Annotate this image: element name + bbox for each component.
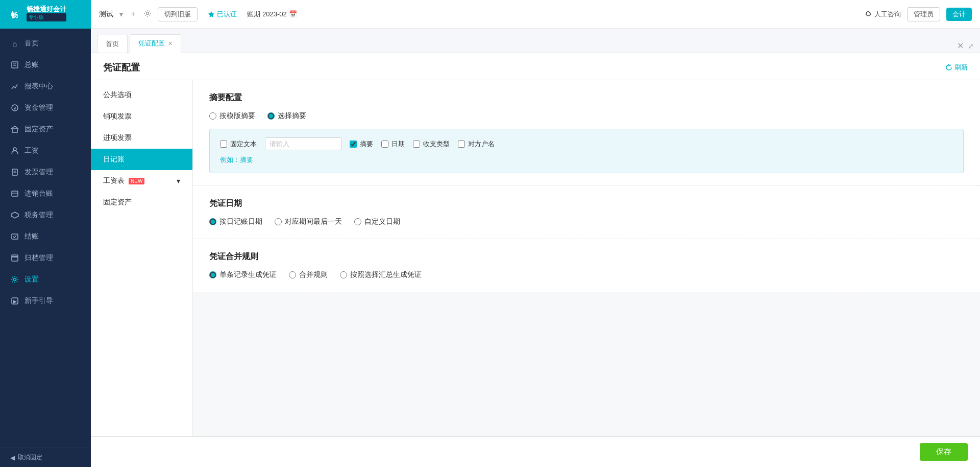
payroll-icon — [10, 146, 19, 155]
sidebar-item-settings[interactable]: 设置 — [0, 269, 91, 290]
admin-btn[interactable]: 管理员 — [907, 7, 940, 21]
checkbox-date[interactable]: 日期 — [381, 139, 405, 149]
radio-diary-date[interactable]: 按日记账日期 — [209, 217, 262, 226]
sidebar-item-guide[interactable]: ▶ 新手引导 — [0, 290, 91, 312]
save-btn[interactable]: 保存 — [920, 443, 968, 461]
radio-last-day-input[interactable] — [275, 218, 282, 225]
tab-close-icon[interactable]: ✕ — [168, 40, 173, 47]
checkbox-summary[interactable]: 摘要 — [350, 139, 373, 149]
checkbox-date-input[interactable] — [381, 141, 388, 148]
tax-icon — [10, 211, 19, 220]
sidebar-item-label: 发票管理 — [24, 168, 53, 177]
sidebar-item-assets[interactable]: 固定资产 — [0, 119, 91, 140]
radio-select-input[interactable] — [267, 112, 275, 120]
sidebar-item-label: 设置 — [24, 275, 39, 284]
sidebar-item-label: 固定资产 — [24, 125, 53, 134]
checkbox-payment-type-input[interactable] — [413, 141, 420, 148]
headset-icon — [864, 10, 872, 18]
sidebar-item-trade[interactable]: 进销台账 — [0, 183, 91, 204]
radio-custom-date[interactable]: 自定义日期 — [354, 217, 400, 226]
ledger-icon — [10, 60, 19, 69]
app-logo-icon: 畅 — [6, 6, 22, 22]
sidebar-item-label: 归档管理 — [24, 253, 53, 263]
svg-marker-14 — [11, 212, 18, 218]
add-company-icon[interactable]: ＋ — [129, 9, 137, 19]
pin-icon: ◀ — [10, 454, 15, 461]
sidebar-item-invoice[interactable]: 发票管理 — [0, 161, 91, 183]
tab-home[interactable]: 首页 — [97, 35, 128, 53]
sidebar-item-closing[interactable]: 结账 — [0, 226, 91, 247]
sidebar-item-home[interactable]: ⌂ 首页 — [0, 33, 91, 54]
checkbox-fixed-text-input[interactable] — [220, 141, 227, 148]
consult-btn[interactable]: 人工咨询 — [864, 10, 901, 19]
funds-icon: ¥ — [10, 103, 19, 112]
tab-voucher-config[interactable]: 凭证配置 ✕ — [130, 34, 181, 53]
svg-rect-9 — [12, 169, 17, 175]
sidebar-item-archive[interactable]: 归档管理 — [0, 247, 91, 269]
checkbox-summary-input[interactable] — [350, 141, 357, 148]
new-badge: NEW — [129, 178, 144, 184]
sidebar-item-funds[interactable]: ¥ 资金管理 — [0, 97, 91, 119]
header-settings-icon[interactable] — [143, 9, 152, 19]
radio-summary-generate-input[interactable] — [340, 271, 347, 278]
checkbox-counterparty-input[interactable] — [458, 141, 465, 148]
nav-item-sales-invoice[interactable]: 销项发票 — [91, 106, 192, 127]
sidebar-item-label: 新手引导 — [24, 296, 53, 306]
home-icon: ⌂ — [10, 39, 19, 48]
svg-rect-24 — [866, 14, 867, 15]
radio-last-day[interactable]: 对应期间最后一天 — [275, 217, 342, 226]
svg-point-18 — [14, 278, 16, 281]
window-expand-btn[interactable]: ⤢ — [968, 42, 974, 50]
cancel-fixed-btn[interactable]: ◀ 取消固定 — [0, 448, 91, 467]
accountant-btn[interactable]: 会计 — [946, 8, 972, 21]
example-text: 例如：摘要 — [220, 155, 953, 165]
sidebar-item-label: 税务管理 — [24, 211, 53, 220]
sidebar-item-tax[interactable]: 税务管理 — [0, 204, 91, 226]
archive-icon — [10, 253, 19, 263]
sidebar-item-label: 工资 — [24, 146, 39, 155]
fixed-text-input[interactable] — [265, 137, 341, 150]
sidebar-item-payroll[interactable]: 工资 — [0, 140, 91, 161]
date-section-title: 凭证日期 — [209, 198, 964, 209]
radio-single-record-input[interactable] — [209, 271, 216, 278]
radio-single-record[interactable]: 单条记录生成凭证 — [209, 270, 277, 279]
page-title: 凭证配置 — [103, 61, 140, 80]
radio-template-summary[interactable]: 按模版摘要 — [209, 111, 255, 121]
nav-item-diary[interactable]: 日记账 — [91, 149, 192, 170]
sidebar-item-reports[interactable]: 报表中心 — [0, 76, 91, 97]
window-close-btn[interactable]: ✕ — [957, 41, 964, 51]
radio-select-summary[interactable]: 选择摘要 — [267, 111, 306, 121]
radio-custom-date-input[interactable] — [354, 218, 361, 225]
summary-section: 摘要配置 按模版摘要 选择摘要 — [193, 80, 980, 186]
sidebar-item-label: 报表中心 — [24, 82, 53, 91]
svg-point-21 — [146, 12, 149, 14]
checkbox-fixed-text[interactable]: 固定文本 — [220, 139, 257, 149]
nav-item-payroll-table[interactable]: 工资表 NEW ▾ — [91, 170, 192, 192]
sidebar-item-label: 首页 — [24, 39, 39, 48]
sidebar-item-label: 进销台账 — [24, 189, 53, 198]
company-dropdown-icon[interactable]: ▾ — [119, 10, 123, 18]
page-title-bar: 凭证配置 — [103, 61, 140, 80]
nav-item-public[interactable]: 公共选项 — [91, 84, 192, 106]
radio-summary-generate[interactable]: 按照选择汇总生成凭证 — [340, 270, 422, 279]
tab-bar: 首页 凭证配置 ✕ ✕ ⤢ — [91, 29, 980, 53]
radio-merge-rule-input[interactable] — [289, 271, 296, 278]
sidebar-item-ledger[interactable]: 总账 — [0, 54, 91, 76]
refresh-btn[interactable]: 刷新 — [945, 63, 968, 78]
radio-template-input[interactable] — [209, 112, 216, 120]
nav-item-purchase-invoice[interactable]: 进项发票 — [91, 127, 192, 149]
trade-icon — [10, 189, 19, 198]
checkbox-counterparty[interactable]: 对方户名 — [458, 139, 495, 149]
nav-item-fixed-assets[interactable]: 固定资产 — [91, 192, 192, 213]
date-radio-group: 按日记账日期 对应期间最后一天 自定义日期 — [209, 217, 964, 226]
switch-old-btn[interactable]: 切到旧版 — [158, 7, 198, 21]
company-name: 测试 — [99, 10, 113, 19]
checkbox-payment-type[interactable]: 收支类型 — [413, 139, 450, 149]
sidebar-item-label: 结账 — [24, 232, 39, 241]
calendar-icon[interactable]: 📅 — [289, 10, 297, 18]
svg-rect-2 — [12, 62, 18, 68]
refresh-icon — [945, 64, 952, 71]
radio-diary-date-input[interactable] — [209, 218, 216, 225]
radio-merge-rule[interactable]: 合并规则 — [289, 270, 328, 279]
svg-text:▶: ▶ — [13, 299, 17, 304]
